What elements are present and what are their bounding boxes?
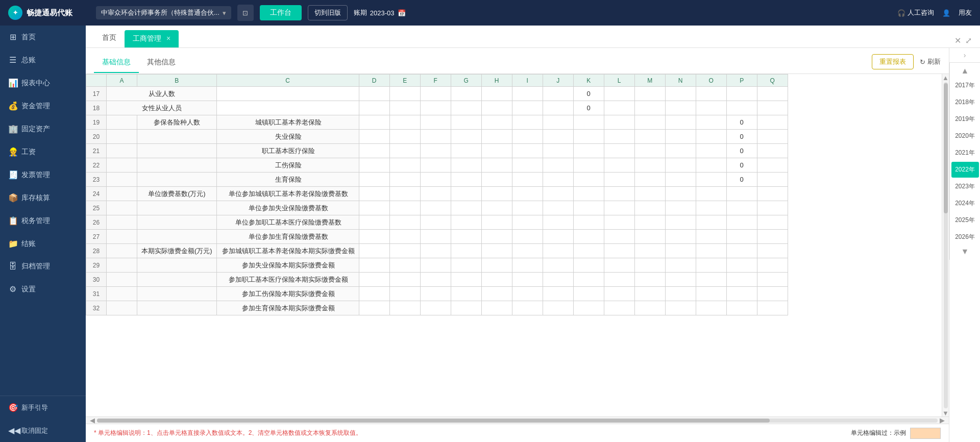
- year-2019[interactable]: 2019年: [951, 111, 979, 127]
- cell-27-j[interactable]: [543, 230, 573, 244]
- cell-17-m[interactable]: [634, 87, 665, 101]
- year-2017[interactable]: 2017年: [951, 78, 979, 93]
- cell-31-e[interactable]: [389, 287, 420, 301]
- cell-20-q[interactable]: [757, 130, 788, 144]
- cell-17-p[interactable]: [726, 87, 757, 101]
- cell-26-q[interactable]: [757, 215, 788, 230]
- cell-31-i[interactable]: [512, 287, 543, 301]
- cell-32-q[interactable]: [757, 301, 788, 315]
- cell-21-f[interactable]: [420, 144, 451, 158]
- cell-20-a[interactable]: [107, 130, 137, 144]
- copy-button[interactable]: ⊡: [237, 5, 254, 21]
- cell-29-e[interactable]: [389, 258, 420, 273]
- cell-17-l[interactable]: [604, 87, 634, 101]
- cell-23-i[interactable]: [512, 173, 543, 187]
- cell-30-l[interactable]: [604, 273, 634, 287]
- cell-27-k[interactable]: [573, 230, 604, 244]
- cell-29-i[interactable]: [512, 258, 543, 273]
- tab-close-icon[interactable]: ×: [166, 34, 170, 42]
- cell-28-k[interactable]: [573, 244, 604, 258]
- cell-18-l[interactable]: [604, 101, 634, 115]
- cell-21-p[interactable]: 0: [726, 144, 757, 158]
- cell-18-n[interactable]: [665, 101, 696, 115]
- cell-19-e[interactable]: [389, 115, 420, 130]
- cell-21-i[interactable]: [512, 144, 543, 158]
- cell-32-o[interactable]: [696, 301, 726, 315]
- cell-28-g[interactable]: [451, 244, 481, 258]
- cell-25-p[interactable]: [726, 201, 757, 215]
- tab-business[interactable]: 工商管理 ×: [125, 30, 179, 47]
- cell-23-h[interactable]: [481, 173, 512, 187]
- sidebar-item-tax[interactable]: 📋 税务管理: [0, 209, 86, 232]
- cell-21-m[interactable]: [634, 144, 665, 158]
- cell-25-l[interactable]: [604, 201, 634, 215]
- cell-31-f[interactable]: [420, 287, 451, 301]
- cell-20-c[interactable]: 失业保险: [216, 130, 359, 144]
- cell-25-a[interactable]: [107, 201, 137, 215]
- refresh-button[interactable]: ↻ 刷新: [920, 57, 941, 66]
- close-panel-icon[interactable]: ✕: [954, 36, 961, 45]
- cell-28-h[interactable]: [481, 244, 512, 258]
- cell-25-f[interactable]: [420, 201, 451, 215]
- cell-22-a[interactable]: [107, 158, 137, 173]
- cell-30-k[interactable]: [573, 273, 604, 287]
- cell-28-b[interactable]: 本期实际缴费金额(万元): [137, 244, 217, 258]
- cell-25-i[interactable]: [512, 201, 543, 215]
- cell-22-i[interactable]: [512, 158, 543, 173]
- cell-25-m[interactable]: [634, 201, 665, 215]
- cell-30-b[interactable]: [137, 273, 217, 287]
- cell-17-i[interactable]: [512, 87, 543, 101]
- cell-32-b[interactable]: [137, 301, 217, 315]
- cell-25-q[interactable]: [757, 201, 788, 215]
- vertical-scrollbar[interactable]: ▲ ▼: [942, 74, 949, 416]
- cell-22-k[interactable]: [573, 158, 604, 173]
- cell-19-k[interactable]: [573, 115, 604, 130]
- cell-21-e[interactable]: [389, 144, 420, 158]
- cell-32-e[interactable]: [389, 301, 420, 315]
- cell-32-d[interactable]: [359, 301, 389, 315]
- cell-21-b[interactable]: [137, 144, 217, 158]
- cell-32-p[interactable]: [726, 301, 757, 315]
- expand-panel-icon[interactable]: ⤢: [965, 36, 972, 45]
- cell-24-f[interactable]: [420, 187, 451, 201]
- cell-24-i[interactable]: [512, 187, 543, 201]
- cell-32-g[interactable]: [451, 301, 481, 315]
- cell-27-c[interactable]: 单位参加生育保险缴费基数: [216, 230, 359, 244]
- cell-27-d[interactable]: [359, 230, 389, 244]
- cell-30-d[interactable]: [359, 273, 389, 287]
- cell-17-n[interactable]: [665, 87, 696, 101]
- cell-28-o[interactable]: [696, 244, 726, 258]
- cell-17-g[interactable]: [451, 87, 481, 101]
- scroll-up-arrow[interactable]: ▲: [942, 74, 949, 81]
- cell-23-j[interactable]: [543, 173, 573, 187]
- collapse-toggle[interactable]: ›: [949, 48, 980, 63]
- cell-18-k[interactable]: 0: [573, 101, 604, 115]
- sidebar-item-closing[interactable]: 📁 结账: [0, 232, 86, 255]
- cell-17-d[interactable]: [359, 87, 389, 101]
- cell-30-a[interactable]: [107, 273, 137, 287]
- scroll-left-arrow[interactable]: ◀: [88, 416, 97, 424]
- cell-22-n[interactable]: [665, 158, 696, 173]
- cell-19-g[interactable]: [451, 115, 481, 130]
- year-2026[interactable]: 2026年: [951, 229, 979, 245]
- cell-18-g[interactable]: [451, 101, 481, 115]
- calendar-icon[interactable]: 📅: [398, 9, 406, 17]
- cell-23-l[interactable]: [604, 173, 634, 187]
- cell-20-b[interactable]: [137, 130, 217, 144]
- cell-27-n[interactable]: [665, 230, 696, 244]
- cell-30-i[interactable]: [512, 273, 543, 287]
- year-2024[interactable]: 2024年: [951, 195, 979, 211]
- cell-19-o[interactable]: [696, 115, 726, 130]
- cell-24-m[interactable]: [634, 187, 665, 201]
- cell-27-p[interactable]: [726, 230, 757, 244]
- cell-22-b[interactable]: [137, 158, 217, 173]
- cell-17-k[interactable]: 0: [573, 87, 604, 101]
- cell-21-d[interactable]: [359, 144, 389, 158]
- cell-23-k[interactable]: [573, 173, 604, 187]
- cell-17-a[interactable]: 从业人数: [107, 87, 217, 101]
- sidebar-item-funds[interactable]: 💰 资金管理: [0, 94, 86, 117]
- cell-30-e[interactable]: [389, 273, 420, 287]
- cell-28-m[interactable]: [634, 244, 665, 258]
- cell-32-n[interactable]: [665, 301, 696, 315]
- cell-26-d[interactable]: [359, 215, 389, 230]
